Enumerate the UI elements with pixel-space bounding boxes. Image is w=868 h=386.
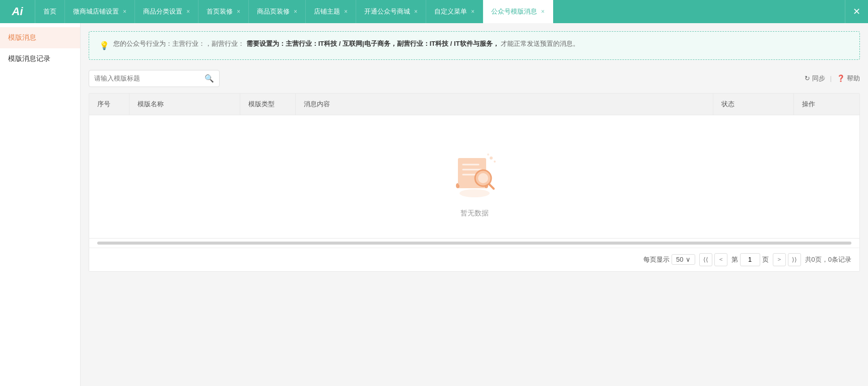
scrollbar-row [89,238,859,248]
bulb-icon: 💡 [99,39,109,52]
tab-close-category-settings[interactable]: × [186,8,190,15]
pagination-row: 每页显示 50 ∨ ⟨⟨ ＜ 第 页 ＞ ⟩⟩ [89,248,859,271]
topbar-tabs: 首页微商城店铺设置×商品分类设置×首页装修×商品页装修×店铺主题×开通公众号商城… [35,0,845,23]
empty-illustration [447,145,502,201]
page-nav-buttons: ⟨⟨ ＜ [699,253,727,266]
first-page-button[interactable]: ⟨⟨ [699,253,712,266]
di-label: 第 [731,255,738,264]
topbar-tab-template-msg[interactable]: 公众号模版消息× [483,0,553,23]
topbar-tab-product-decor[interactable]: 商品页装修× [249,0,306,23]
th-content: 消息内容 [296,94,713,115]
close-all-button[interactable]: ✕ [845,0,868,23]
search-icon[interactable]: 🔍 [205,74,214,83]
svg-point-8 [494,161,496,163]
toolbar-row: 🔍 ↻ 同步 | ❓ 帮助 [89,70,860,87]
topbar-tab-home[interactable]: 首页 [35,0,65,23]
tab-close-template-msg[interactable]: × [541,8,545,15]
sync-label: 同步 [812,74,825,83]
logo: Ai [0,0,35,23]
tab-close-open-mall[interactable]: × [414,8,418,15]
topbar-tab-open-mall[interactable]: 开通公众号商城× [356,0,426,23]
svg-point-0 [459,189,490,197]
logo-text: Ai [12,5,23,18]
page-label: 页 [762,255,769,264]
refresh-icon: ↻ [805,74,810,82]
main-layout: 模版消息模版消息记录 💡 您的公众号行业为：主营行业：，副营行业： 需要设置为：… [0,23,868,386]
topbar-tab-home-decor[interactable]: 首页装修× [198,0,249,23]
alert-text: 您的公众号行业为：主营行业：，副营行业： 需要设置为：主营行业：IT科技 / 互… [113,39,579,49]
page-size-dropdown[interactable]: 50 ∨ [672,254,695,265]
topbar: Ai 首页微商城店铺设置×商品分类设置×首页装修×商品页装修×店铺主题×开通公众… [0,0,868,23]
svg-point-7 [490,157,493,160]
empty-text: 暂无数据 [460,209,489,218]
tab-close-custom-menu[interactable]: × [471,8,475,15]
th-type: 模版类型 [240,94,296,115]
last-page-button[interactable]: ⟩⟩ [788,253,801,266]
total-text: 共0页，0条记录 [805,255,851,264]
tab-close-shop-settings[interactable]: × [123,8,126,15]
prev-page-button[interactable]: ＜ [714,253,727,266]
table-header: 序号模版名称模版类型消息内容状态操作 [89,94,859,115]
alert-banner: 💡 您的公众号行业为：主营行业：，副营行业： 需要设置为：主营行业：IT科技 /… [89,31,860,60]
tab-close-store-theme[interactable]: × [344,8,348,15]
th-action: 操作 [794,94,859,115]
page-nav-buttons-right: ＞ ⟩⟩ [773,253,801,266]
divider: | [830,74,832,82]
alert-suffix: 才能正常发送预置的消息。 [501,40,579,47]
th-name: 模版名称 [129,94,240,115]
search-input[interactable] [94,74,205,82]
page-size-value: 50 [676,256,683,263]
page-size-label: 每页显示 [643,255,670,264]
svg-line-6 [489,184,494,189]
help-label: 帮助 [847,74,860,83]
toolbar-right: ↻ 同步 | ❓ 帮助 [805,74,860,83]
sidebar-item-template-msg[interactable]: 模版消息 [0,27,80,48]
data-table: 序号模版名称模版类型消息内容状态操作 [89,93,860,272]
sidebar-item-template-msg-record[interactable]: 模版消息记录 [0,48,80,69]
search-box[interactable]: 🔍 [89,70,220,87]
chevron-down-icon: ∨ [686,256,691,263]
help-icon: ❓ [837,74,845,82]
content-area: 💡 您的公众号行业为：主营行业：，副营行业： 需要设置为：主营行业：IT科技 /… [81,23,868,386]
topbar-tab-category-settings[interactable]: 商品分类设置× [135,0,198,23]
page-input-wrap: 第 页 [731,253,769,266]
topbar-tab-shop-settings[interactable]: 微商城店铺设置× [65,0,135,23]
sidebar: 模版消息模版消息记录 [0,23,81,386]
svg-point-5 [478,173,488,183]
th-seq: 序号 [89,94,129,115]
tab-close-product-decor[interactable]: × [294,8,297,15]
page-number-input[interactable] [740,253,760,266]
scrollbar-track[interactable] [97,242,851,245]
topbar-tab-store-theme[interactable]: 店铺主题× [306,0,356,23]
sync-button[interactable]: ↻ 同步 [805,74,825,83]
alert-prefix: 您的公众号行业为：主营行业：，副营行业： [113,40,244,47]
page-size-select: 每页显示 50 ∨ [643,254,695,265]
help-button[interactable]: ❓ 帮助 [837,74,860,83]
th-status: 状态 [713,94,794,115]
svg-point-9 [487,153,489,156]
next-page-button[interactable]: ＞ [773,253,786,266]
topbar-tab-custom-menu[interactable]: 自定义菜单× [426,0,483,23]
tab-close-home-decor[interactable]: × [237,8,240,15]
alert-highlight: 需要设置为：主营行业：IT科技 / 互联网|电子商务，副营行业：IT科技 / I… [246,40,499,47]
empty-state: 暂无数据 [89,115,859,238]
